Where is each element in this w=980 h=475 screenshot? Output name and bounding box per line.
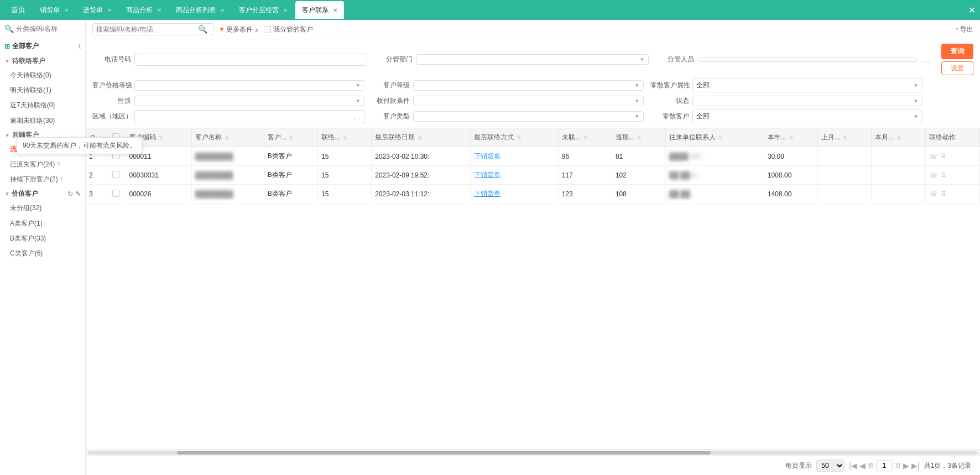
sort-icon[interactable]: ⇅ (637, 135, 642, 140)
sort-icon[interactable]: ⇅ (159, 135, 163, 140)
sort-icon[interactable]: ⇅ (418, 135, 423, 140)
row-checkbox-2[interactable] (106, 166, 126, 185)
table-header-contact-person[interactable]: 往来单位联系人 ⇅ (666, 128, 764, 147)
tab-customer-tier[interactable]: 客户分层经营 ✕ (232, 1, 294, 19)
sidebar-item-churned[interactable]: 已流失客户(24) ? (0, 157, 85, 172)
export-button[interactable]: ↑ 导出 (955, 25, 973, 34)
sidebar-item-overdue-pending[interactable]: 逾期未联络(30) (0, 113, 85, 128)
sort-icon[interactable]: ⇅ (843, 135, 847, 140)
more-actions-icon[interactable]: ⠿ (941, 153, 946, 160)
close-icon[interactable]: ✕ (107, 7, 112, 13)
edit-icon[interactable]: ✎ (75, 190, 81, 198)
my-customers-checkbox[interactable]: 我分管的客户 (264, 25, 313, 34)
sidebar-item-class-a[interactable]: A类客户(1) (0, 216, 85, 231)
table-header-last-month[interactable]: 上月... ⇅ (818, 128, 872, 147)
phone-input[interactable] (134, 54, 367, 66)
price-level-select[interactable]: ▼ (134, 80, 364, 91)
tab-purchase-order[interactable]: 进货单 ✕ (76, 1, 118, 19)
checkbox-icon[interactable] (112, 171, 119, 178)
close-icon[interactable]: ✕ (333, 7, 337, 13)
contact-icon[interactable]: ☏ (929, 190, 937, 198)
person-select[interactable] (697, 58, 917, 62)
page-size-select[interactable]: 50 100 200 (816, 460, 845, 472)
sidebar-item-declining[interactable]: 持续下滑客户(2) ? (0, 172, 85, 187)
customer-type-select[interactable]: ▼ (413, 111, 643, 122)
retail-customer-select[interactable]: 全部 ▼ (692, 109, 922, 123)
next-page-button[interactable]: ▶ (903, 461, 909, 470)
table-header-overdue[interactable]: 逾期... ⇅ (612, 128, 665, 147)
sidebar-section-pending[interactable]: ▼ 待联络客户 (0, 54, 85, 68)
table-header-last-contact-date[interactable]: 最后联络日期 ⇅ (372, 128, 471, 147)
table-header-not-contacted[interactable]: 未联... ⇅ (558, 128, 612, 147)
close-icon[interactable]: ✕ (283, 7, 288, 13)
horizontal-scrollbar[interactable] (86, 449, 980, 456)
chevron-down-icon: ▼ (634, 82, 640, 88)
sidebar-item-7days-pending[interactable]: 近7天待联络(0) (0, 98, 85, 113)
sort-icon[interactable]: ⇅ (583, 135, 588, 140)
contact-icon[interactable]: ☏ (929, 153, 937, 160)
region-select[interactable]: … (134, 110, 364, 123)
table-header-last-contact-method[interactable]: 最后联络方式 ⇅ (471, 128, 558, 147)
sort-icon[interactable]: ⇅ (289, 135, 294, 140)
close-icon[interactable]: ✕ (220, 7, 225, 13)
sort-icon[interactable]: ⇅ (789, 135, 794, 140)
tab-product-analysis[interactable]: 商品分析 ✕ (119, 1, 168, 19)
search-input[interactable] (96, 25, 196, 33)
contact-icon[interactable]: ☏ (929, 171, 937, 179)
more-button[interactable]: … (922, 55, 930, 64)
tab-sales-order[interactable]: 销货单 ✕ (33, 1, 75, 19)
query-button[interactable]: 查询 (941, 44, 973, 59)
sidebar-item-class-b[interactable]: B类客户(33) (0, 231, 85, 246)
dept-select[interactable]: ▼ (416, 54, 649, 65)
row-overdue-1: 81 (612, 147, 665, 166)
sort-icon[interactable]: ⇅ (517, 135, 522, 140)
more-conditions-button[interactable]: ▼ 更多条件 ▲ (218, 25, 259, 34)
tab-customer-contact[interactable]: 客户联系 ✕ (295, 1, 344, 19)
refresh-icon[interactable]: ↻ (67, 190, 73, 198)
checkbox-icon[interactable] (112, 190, 119, 197)
price-level-label: 客户价格等级 (92, 81, 131, 90)
row-contact-person-1: ████ 107... (666, 147, 764, 166)
table-header-name[interactable]: 客户名称 ⇅ (192, 128, 264, 147)
table-header-this-month[interactable]: 本月... ⇅ (872, 128, 925, 147)
checkbox-icon[interactable] (264, 26, 271, 33)
nature-select[interactable]: ▼ (134, 96, 364, 106)
row-last-contact-method-2[interactable]: 下销货单 (471, 166, 558, 185)
tab-product-analysis-list[interactable]: 商品分析列表 ✕ (169, 1, 231, 19)
sidebar-item-today-pending[interactable]: 今天待联络(0) (0, 68, 85, 83)
sidebar-section-value[interactable]: ▼ 价值客户 ↻ ✎ (0, 187, 85, 201)
table-header-this-year[interactable]: 本年... ⇅ (764, 128, 817, 147)
table-header-type[interactable]: 客户... ⇅ (264, 128, 317, 147)
search-button-icon[interactable]: 🔍 (198, 25, 207, 34)
sort-icon[interactable]: ⇅ (343, 135, 347, 140)
more-button[interactable]: … (353, 112, 361, 121)
sidebar-item-class-c[interactable]: C类客户(6) (0, 246, 85, 261)
close-icon[interactable]: ✕ (157, 7, 161, 13)
page-number-input[interactable] (876, 460, 893, 471)
sidebar-item-unclassified[interactable]: 未分组(32) (0, 201, 85, 216)
table-header-contact-count[interactable]: 联络... ⇅ (318, 128, 372, 147)
first-page-button[interactable]: |◀ (849, 461, 857, 470)
settings-button[interactable]: 设置 (941, 61, 973, 75)
sort-icon[interactable]: ⇅ (718, 135, 723, 140)
close-icon[interactable]: ✕ (64, 7, 69, 13)
customer-level-select[interactable]: ▼ (413, 80, 643, 91)
retail-attr-select[interactable]: 全部 ▼ (692, 79, 922, 92)
sidebar-all-customers[interactable]: ⊞ 全部客户 《 (0, 38, 85, 54)
sidebar-search-input[interactable] (16, 25, 86, 33)
status-select[interactable]: ▼ (692, 96, 922, 106)
window-close-button[interactable]: ✕ (968, 5, 976, 15)
scrollbar-thumb[interactable] (177, 451, 711, 455)
more-actions-icon[interactable]: ⠿ (941, 190, 946, 198)
prev-page-button[interactable]: ◀ (859, 461, 866, 470)
payment-select[interactable]: ▼ (413, 96, 643, 106)
row-last-contact-method-3[interactable]: 下销货单 (471, 185, 558, 203)
sidebar-item-tomorrow-pending[interactable]: 明天待联络(1) (0, 83, 85, 98)
tab-home[interactable]: 首页 (4, 3, 32, 17)
row-last-contact-method-1[interactable]: 下销货单 (471, 147, 558, 166)
last-page-button[interactable]: ▶| (911, 461, 920, 470)
more-actions-icon[interactable]: ⠿ (941, 171, 946, 179)
row-checkbox-3[interactable] (106, 185, 126, 203)
sort-icon[interactable]: ⇅ (225, 135, 230, 140)
sort-icon[interactable]: ⇅ (897, 135, 901, 140)
